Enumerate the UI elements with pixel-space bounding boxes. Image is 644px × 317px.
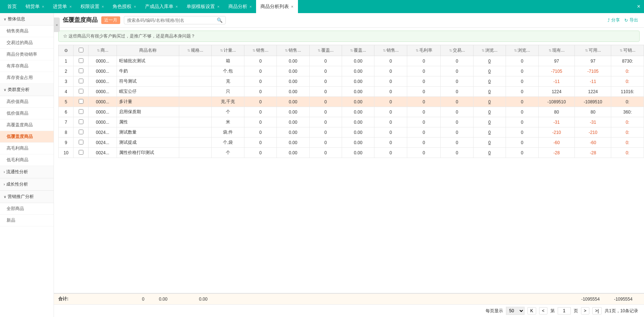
close-icon[interactable]: × (217, 4, 219, 9)
row-name[interactable]: 符号测试 (117, 76, 179, 87)
sidebar-toggle-button[interactable]: « (54, 17, 60, 32)
sidebar-item-high-value[interactable]: 高价值商品 (0, 96, 54, 108)
row-select-checkbox[interactable] (79, 130, 83, 134)
nav-purchase-order[interactable]: 进货单 × (48, 0, 76, 13)
sidebar-section-marketing[interactable]: ∨ 营销推广分析 (0, 191, 54, 203)
row-select-checkbox[interactable] (79, 150, 83, 155)
per-page-select[interactable]: 50 20 100 200 (506, 307, 525, 315)
col-saleable[interactable]: ⇅可销... (611, 45, 644, 56)
col-trade[interactable]: ⇅交易... (441, 45, 473, 56)
sidebar-item-high-margin[interactable]: 高毛利商品 (0, 143, 54, 154)
row-browse1[interactable]: 0 (473, 66, 506, 76)
sidebar-item-high-coverage[interactable]: 高覆盖度商品 (0, 119, 54, 131)
row-name[interactable]: 旺辅批次测试 (117, 56, 179, 66)
row-browse1[interactable]: 0 (473, 87, 506, 97)
row-browse1[interactable]: 0 (473, 56, 506, 66)
row-checkbox[interactable] (74, 87, 89, 97)
sidebar-item-traded-goods[interactable]: 交易过的商品 (0, 37, 54, 49)
nav-home[interactable]: 首页 (3, 0, 21, 13)
close-icon[interactable]: × (69, 4, 71, 9)
row-checkbox[interactable] (74, 148, 89, 158)
row-checkbox[interactable] (74, 127, 89, 138)
sidebar-item-low-value[interactable]: 低价值商品 (0, 108, 54, 119)
first-page-button[interactable]: K (527, 307, 536, 314)
col-spec[interactable]: ⇅规格... (179, 45, 211, 56)
prev-page-button[interactable]: < (539, 307, 547, 314)
share-button[interactable]: ⤴ 分享 (608, 17, 620, 23)
col-browse1[interactable]: ⇅浏览... (473, 45, 506, 56)
row-browse1[interactable]: 0 (473, 97, 506, 107)
col-name[interactable]: 商品名称 (117, 45, 179, 56)
close-icon[interactable]: × (134, 4, 136, 9)
nav-permissions[interactable]: 权限设置 × (76, 0, 108, 13)
close-icon[interactable]: × (42, 4, 44, 9)
sidebar-item-all-goods[interactable]: 全部商品 (0, 203, 54, 215)
col-code[interactable]: ⇅商... (89, 45, 117, 56)
row-name[interactable]: 属性 (117, 117, 179, 127)
sidebar-item-sales-goods[interactable]: 销售类商品 (0, 25, 54, 37)
row-name[interactable]: 牛奶 (117, 66, 179, 76)
row-checkbox[interactable] (74, 138, 89, 148)
sidebar-item-inventory-capital[interactable]: 库存资金占用 (0, 72, 54, 84)
row-browse1[interactable]: 0 (473, 117, 506, 127)
row-browse1[interactable]: 0 (473, 127, 506, 138)
close-icon[interactable]: × (176, 4, 178, 9)
select-all-checkbox[interactable] (79, 48, 83, 52)
search-input[interactable] (127, 18, 215, 23)
row-select-checkbox[interactable] (79, 58, 83, 63)
sidebar-item-inventory-goods[interactable]: 有库存商品 (0, 60, 54, 72)
col-cover1[interactable]: ⇅覆盖... (309, 45, 342, 56)
sidebar-section-growth[interactable]: › 成长性分析 (0, 178, 54, 191)
row-checkbox[interactable] (74, 107, 89, 117)
sidebar-section-liquidity[interactable]: › 流通性分析 (0, 166, 54, 178)
row-name[interactable]: 多计量 (117, 97, 179, 107)
nav-product-analysis[interactable]: 商品分析 × (224, 0, 256, 13)
col-settings[interactable]: ⚙ (59, 45, 74, 56)
row-select-checkbox[interactable] (79, 68, 83, 73)
nav-role-auth[interactable]: 角色授权 × (108, 0, 140, 13)
col-unit[interactable]: ⇅计量... (212, 45, 244, 56)
sidebar-item-category-rate[interactable]: 商品分类动销率 (0, 49, 54, 60)
row-select-checkbox[interactable] (79, 109, 83, 114)
row-checkbox[interactable] (74, 56, 89, 66)
row-select-checkbox[interactable] (79, 140, 83, 144)
close-icon[interactable]: × (250, 4, 252, 9)
nav-product-analysis-list[interactable]: 商品分析列表 × (256, 0, 298, 13)
col-margin[interactable]: ⇅毛利率 (407, 45, 441, 56)
sidebar-section-overall[interactable]: ∨ 整体信息 (0, 13, 54, 25)
row-select-checkbox[interactable] (79, 119, 83, 124)
row-name[interactable]: 测试提成 (117, 138, 179, 148)
row-browse1[interactable]: 0 (473, 107, 506, 117)
col-available[interactable]: ⇅可用... (575, 45, 611, 56)
last-page-button[interactable]: >| (592, 307, 602, 314)
period-button[interactable]: 近一月 (101, 16, 120, 24)
col-sales-qty[interactable]: ⇅销售... (244, 45, 276, 56)
page-input[interactable] (558, 307, 571, 314)
row-select-checkbox[interactable] (79, 99, 83, 104)
nav-template-settings[interactable]: 单据模板设置 × (182, 0, 224, 13)
col-sales-amt[interactable]: ⇅销售... (277, 45, 309, 56)
row-name[interactable]: 眠宝公仔 (117, 87, 179, 97)
row-checkbox[interactable] (74, 97, 89, 107)
row-select-checkbox[interactable] (79, 79, 83, 83)
next-page-button[interactable]: > (581, 307, 589, 314)
col-current[interactable]: ⇅现有... (538, 45, 575, 56)
sidebar-item-low-coverage[interactable]: 低覆盖度商品 (0, 131, 54, 143)
col-cover2[interactable]: ⇅覆盖... (342, 45, 374, 56)
sidebar-item-low-margin[interactable]: 低毛利商品 (0, 154, 54, 166)
row-checkbox[interactable] (74, 66, 89, 76)
row-checkbox[interactable] (74, 117, 89, 127)
row-browse1[interactable]: 0 (473, 148, 506, 158)
row-checkbox[interactable] (74, 76, 89, 87)
row-name[interactable]: 测试数量 (117, 127, 179, 138)
row-browse1[interactable]: 0 (473, 138, 506, 148)
nav-finished-goods[interactable]: 产成品入库单 × (141, 0, 182, 13)
row-select-checkbox[interactable] (79, 89, 83, 94)
sidebar-item-new-goods[interactable]: 新品 (0, 215, 54, 226)
export-button[interactable]: ↻ 导出 (624, 17, 638, 23)
search-icon[interactable]: 🔍 (217, 17, 223, 23)
nav-sales-order[interactable]: 销货单 × (21, 0, 48, 13)
row-name[interactable]: 启用保质期 (117, 107, 179, 117)
window-close-button[interactable]: × (637, 3, 640, 10)
row-browse1[interactable]: 0 (473, 76, 506, 87)
